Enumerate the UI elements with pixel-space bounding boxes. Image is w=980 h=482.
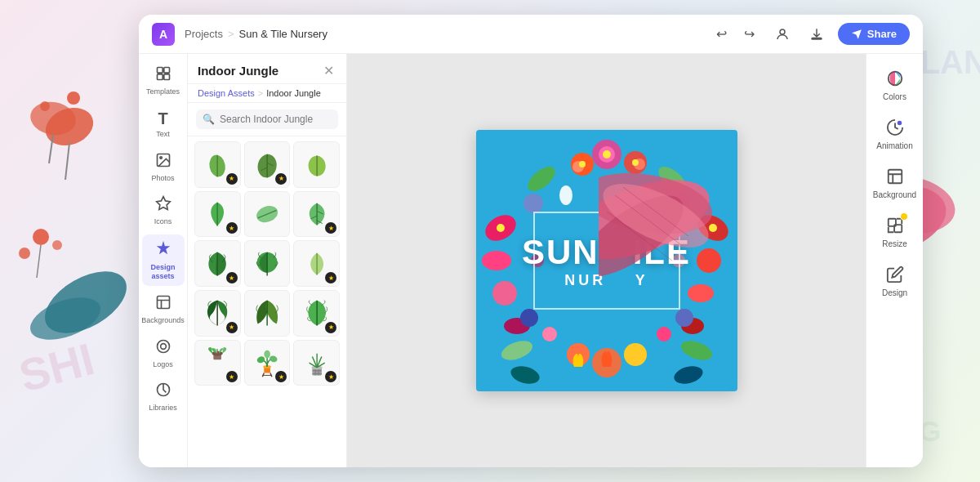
svg-rect-22 — [157, 68, 163, 74]
svg-point-7 — [24, 289, 106, 348]
rs-item-background[interactable]: Background — [870, 158, 920, 206]
sidebar-item-backgrounds[interactable]: Backgrounds — [142, 289, 185, 330]
rs-item-resize[interactable]: Resize — [870, 208, 920, 255]
svg-point-9 — [19, 248, 30, 259]
svg-point-57 — [212, 351, 223, 356]
rs-item-colors[interactable]: Colors — [870, 60, 920, 108]
svg-point-97 — [678, 337, 714, 364]
asset-badge: ★ — [226, 322, 238, 333]
asset-badge: ★ — [226, 371, 238, 382]
animation-label: Animation — [876, 141, 912, 150]
svg-point-109 — [657, 327, 671, 341]
asset-cell-leaf11[interactable] — [244, 290, 291, 337]
search-box: 🔍 — [188, 103, 346, 136]
svg-point-3 — [40, 101, 50, 111]
svg-rect-23 — [163, 68, 169, 74]
svg-point-108 — [542, 327, 557, 341]
svg-rect-25 — [163, 74, 169, 80]
sidebar-item-design-assets[interactable]: Design assets — [142, 234, 185, 286]
asset-cell-leaf8[interactable] — [244, 240, 291, 287]
asset-row-5: ★ — [194, 340, 340, 386]
templates-label: Templates — [146, 87, 180, 96]
svg-point-101 — [675, 309, 693, 327]
svg-point-2 — [67, 91, 80, 105]
resize-icon — [884, 214, 906, 237]
logos-label: Logos — [153, 360, 173, 369]
asset-cell-leaf3[interactable] — [293, 141, 340, 188]
canvas-content[interactable]: SUN ILE NUR Y — [476, 130, 737, 391]
share-button[interactable]: Share — [838, 23, 910, 45]
panel-breadcrumb-current: Indoor Jungle — [266, 88, 321, 98]
svg-point-27 — [159, 156, 162, 158]
design-label: Design — [882, 288, 907, 297]
asset-badge: ★ — [325, 322, 336, 333]
sidebar-item-templates[interactable]: Templates — [142, 60, 185, 101]
search-input[interactable] — [220, 114, 342, 125]
asset-cell-leaf4[interactable]: ★ — [194, 191, 241, 238]
sidebar-item-logos[interactable]: Logos — [142, 333, 185, 374]
asset-cell-plant3[interactable]: ★ — [293, 340, 340, 386]
asset-grid: ★ ★ — [188, 136, 346, 467]
asset-cell-leaf5[interactable] — [244, 191, 291, 238]
asset-cell-leaf7[interactable]: ★ — [194, 240, 241, 287]
canvas-area: SUN ILE NUR Y — [347, 54, 866, 467]
asset-badge: ★ — [226, 222, 238, 234]
redo-button[interactable]: ↪ — [737, 21, 763, 47]
rs-item-design[interactable]: Design — [870, 257, 920, 304]
sidebar-item-icons[interactable]: Icons — [142, 190, 185, 231]
photos-label: Photos — [151, 174, 174, 183]
templates-icon — [155, 65, 172, 86]
svg-marker-28 — [156, 197, 170, 210]
svg-text:SHI: SHI — [14, 333, 100, 402]
sidebar-item-text[interactable]: T Text — [142, 105, 185, 144]
resize-badge — [900, 212, 908, 221]
download-button[interactable] — [804, 21, 830, 47]
rs-item-animation[interactable]: Animation — [870, 109, 920, 157]
left-sidebar: Templates T Text Photos — [139, 54, 188, 467]
breadcrumb-sep1: > — [228, 28, 234, 40]
breadcrumb-projects[interactable]: Projects — [185, 28, 223, 40]
asset-cell-leaf12[interactable]: ★ — [293, 290, 340, 337]
panel-title: Indoor Jungle — [198, 64, 278, 78]
search-icon: 🔍 — [203, 114, 215, 125]
panel-breadcrumb: Design Assets > Indoor Jungle — [188, 84, 346, 103]
svg-point-6 — [34, 259, 136, 346]
main-content: Templates T Text Photos — [139, 54, 923, 467]
svg-point-8 — [33, 229, 49, 245]
asset-cell-leaf9[interactable]: ★ — [293, 240, 340, 287]
sidebar-item-photos[interactable]: Photos — [142, 147, 185, 188]
panel-close-button[interactable]: ✕ — [320, 62, 336, 78]
svg-point-115 — [509, 364, 541, 387]
svg-point-92 — [624, 343, 647, 366]
asset-row-4: ★ — [194, 290, 340, 337]
asset-cell-leaf2[interactable]: ★ — [244, 141, 291, 188]
asset-row-2: ★ — [194, 191, 340, 238]
svg-point-64 — [269, 355, 278, 363]
asset-cell-leaf6[interactable]: ★ — [293, 191, 340, 238]
asset-badge: ★ — [226, 272, 238, 283]
asset-cell-plant1[interactable]: ★ — [194, 340, 241, 386]
background-icon — [884, 165, 906, 188]
svg-line-4 — [65, 143, 69, 180]
asset-cell-leaf10[interactable]: ★ — [194, 290, 241, 337]
asset-badge: ★ — [226, 173, 238, 185]
svg-point-1 — [28, 98, 78, 138]
svg-point-124 — [897, 121, 902, 126]
sidebar-item-libraries[interactable]: Libraries — [142, 377, 185, 417]
avatar-button[interactable] — [769, 21, 795, 47]
design-assets-icon — [154, 239, 172, 261]
svg-point-98 — [523, 194, 543, 213]
svg-rect-29 — [157, 296, 169, 308]
search-input-wrap: 🔍 — [196, 109, 338, 129]
asset-badge: ★ — [325, 222, 336, 234]
asset-cell-leaf1[interactable]: ★ — [194, 141, 241, 188]
asset-badge: ★ — [275, 371, 287, 382]
logos-icon — [155, 338, 172, 359]
breadcrumb-current: Sun & Tile Nursery — [239, 28, 327, 40]
panel-breadcrumb-link[interactable]: Design Assets — [198, 88, 255, 98]
asset-panel: Indoor Jungle ✕ Design Assets > Indoor J… — [188, 54, 347, 467]
undo-button[interactable]: ↩ — [709, 21, 735, 47]
app-logo: A — [152, 23, 175, 46]
asset-cell-plant2[interactable]: ★ — [244, 340, 291, 386]
tablet-frame: A Projects > Sun & Tile Nursery ↩ ↪ — [139, 15, 923, 467]
